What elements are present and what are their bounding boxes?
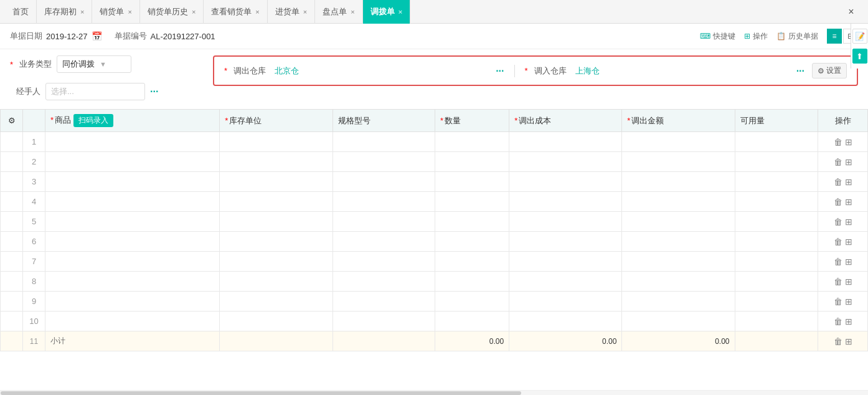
delete-icon[interactable]: 🗑 xyxy=(834,217,842,227)
row-cost-1[interactable] xyxy=(509,132,622,152)
row-cost-8[interactable] xyxy=(509,272,622,292)
row-spec-3[interactable] xyxy=(333,172,435,192)
row-quantity-1[interactable] xyxy=(435,132,509,152)
handler-more-btn[interactable]: ··· xyxy=(150,86,158,97)
copy-icon[interactable]: ⊞ xyxy=(845,257,852,267)
row-product-3[interactable] xyxy=(45,172,220,192)
delete-icon[interactable]: 🗑 xyxy=(834,336,842,346)
date-value[interactable]: 2019-12-27 xyxy=(46,32,88,41)
delete-icon[interactable]: 🗑 xyxy=(834,137,842,147)
delete-icon[interactable]: 🗑 xyxy=(834,237,842,247)
row-quantity-2[interactable] xyxy=(435,152,509,172)
row-quantity-5[interactable] xyxy=(435,212,509,232)
history-btn[interactable]: 📋 历史单据 xyxy=(776,31,818,42)
row-unit-3[interactable] xyxy=(220,172,333,192)
row-amount-10[interactable] xyxy=(622,312,735,331)
row-cost-6[interactable] xyxy=(509,232,622,252)
row-quantity-9[interactable] xyxy=(435,292,509,312)
horizontal-scrollbar[interactable] xyxy=(0,390,868,395)
row-cost-7[interactable] xyxy=(509,252,622,272)
transfer-out-more-btn[interactable]: ··· xyxy=(496,65,504,77)
tab-view-sales[interactable]: 查看销货单 × xyxy=(204,0,267,24)
tab-sales-history[interactable]: 销货单历史 × xyxy=(140,0,204,24)
copy-icon[interactable]: ⊞ xyxy=(845,336,852,346)
row-spec-4[interactable] xyxy=(333,192,435,212)
tab-sales-order[interactable]: 销货单 × xyxy=(92,0,139,24)
row-quantity-3[interactable] xyxy=(435,172,509,192)
row-product-9[interactable] xyxy=(45,292,220,312)
close-icon[interactable]: × xyxy=(303,8,307,16)
row-spec-7[interactable] xyxy=(333,252,435,272)
row-spec-8[interactable] xyxy=(333,272,435,292)
delete-icon[interactable]: 🗑 xyxy=(834,177,842,187)
copy-icon[interactable]: ⊞ xyxy=(845,177,852,187)
row-amount-7[interactable] xyxy=(622,252,735,272)
row-amount-4[interactable] xyxy=(622,192,735,212)
tab-inventory-init[interactable]: 库存期初 × xyxy=(37,0,92,24)
calendar-icon[interactable]: 📅 xyxy=(92,31,102,41)
row-amount-6[interactable] xyxy=(622,232,735,252)
row-product-7[interactable] xyxy=(45,252,220,272)
close-icon[interactable]: × xyxy=(255,8,259,16)
row-spec-5[interactable] xyxy=(333,212,435,232)
row-amount-3[interactable] xyxy=(622,172,735,192)
close-icon[interactable]: × xyxy=(351,8,354,16)
row-quantity-10[interactable] xyxy=(435,312,509,331)
delete-icon[interactable]: 🗑 xyxy=(834,316,842,326)
row-product-1[interactable] xyxy=(45,132,220,152)
tab-inventory-check[interactable]: 盘点单 × xyxy=(315,0,362,24)
row-quantity-4[interactable] xyxy=(435,192,509,212)
row-spec-10[interactable] xyxy=(333,312,435,331)
row-unit-8[interactable] xyxy=(220,272,333,292)
row-product-2[interactable] xyxy=(45,152,220,172)
row-unit-6[interactable] xyxy=(220,232,333,252)
row-amount-5[interactable] xyxy=(622,212,735,232)
sidebar-expand-icon[interactable]: ⬆ xyxy=(852,49,867,64)
row-cost-10[interactable] xyxy=(509,312,622,331)
row-amount-8[interactable] xyxy=(622,272,735,292)
row-quantity-6[interactable] xyxy=(435,232,509,252)
sidebar-notes-icon[interactable]: 📝 xyxy=(852,29,867,44)
row-quantity-8[interactable] xyxy=(435,272,509,292)
delete-icon[interactable]: 🗑 xyxy=(834,297,842,307)
row-product-10[interactable] xyxy=(45,312,220,331)
close-icon[interactable]: × xyxy=(128,8,131,16)
row-product-8[interactable] xyxy=(45,272,220,292)
row-cost-9[interactable] xyxy=(509,292,622,312)
delete-icon[interactable]: 🗑 xyxy=(834,257,842,267)
row-product-5[interactable] xyxy=(45,212,220,232)
transfer-in-value[interactable]: 上海仓 xyxy=(575,65,625,77)
transfer-out-value[interactable]: 北京仓 xyxy=(275,65,324,77)
column-settings-btn[interactable]: ⚙ 设置 xyxy=(812,63,847,79)
copy-icon[interactable]: ⊞ xyxy=(845,157,852,167)
copy-icon[interactable]: ⊞ xyxy=(845,277,852,287)
copy-icon[interactable]: ⊞ xyxy=(845,197,852,207)
row-unit-2[interactable] xyxy=(220,152,333,172)
close-icon[interactable]: × xyxy=(399,8,402,16)
handler-select[interactable]: 选择... xyxy=(45,83,145,100)
delete-icon[interactable]: 🗑 xyxy=(834,157,842,167)
row-spec-2[interactable] xyxy=(333,152,435,172)
row-unit-9[interactable] xyxy=(220,292,333,312)
row-unit-4[interactable] xyxy=(220,192,333,212)
scan-input-btn[interactable]: 扫码录入 xyxy=(73,114,113,127)
close-icon[interactable]: × xyxy=(192,8,196,16)
close-icon[interactable]: × xyxy=(80,8,84,16)
window-close-button[interactable]: × xyxy=(839,0,863,24)
row-unit-10[interactable] xyxy=(220,312,333,331)
row-spec-9[interactable] xyxy=(333,292,435,312)
copy-icon[interactable]: ⊞ xyxy=(845,237,852,247)
row-spec-1[interactable] xyxy=(333,132,435,152)
shortcuts-btn[interactable]: ⌨ 快捷键 xyxy=(700,31,735,42)
business-type-select[interactable]: 同价调拨 ▼ xyxy=(57,55,131,73)
copy-icon[interactable]: ⊞ xyxy=(845,297,852,307)
operations-btn[interactable]: ⊞ 操作 xyxy=(744,31,768,42)
settings-icon[interactable]: ⚙ xyxy=(8,116,16,125)
delete-icon[interactable]: 🗑 xyxy=(834,277,842,287)
row-amount-2[interactable] xyxy=(622,152,735,172)
copy-icon[interactable]: ⊞ xyxy=(845,316,852,326)
delete-icon[interactable]: 🗑 xyxy=(834,197,842,207)
tab-transfer[interactable]: 调拨单 × xyxy=(363,0,410,24)
row-unit-7[interactable] xyxy=(220,252,333,272)
copy-icon[interactable]: ⊞ xyxy=(845,137,852,147)
